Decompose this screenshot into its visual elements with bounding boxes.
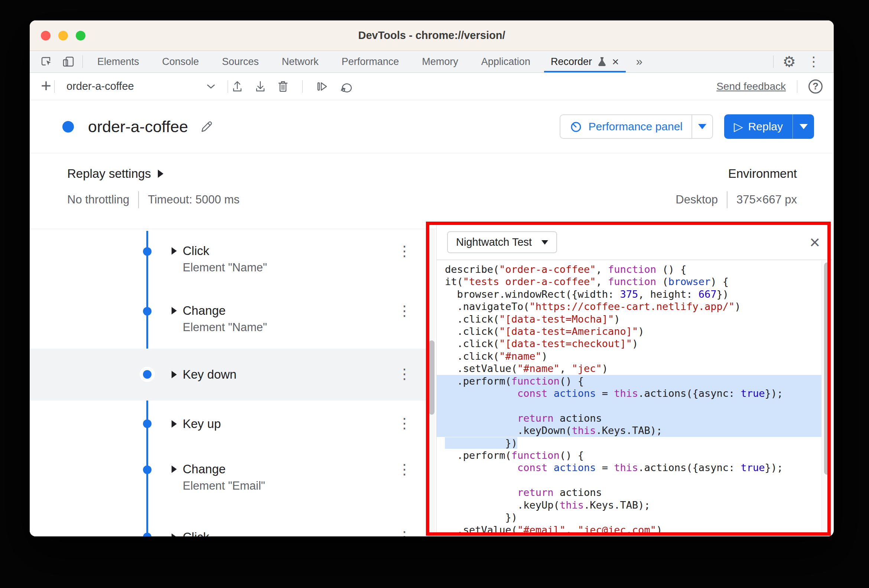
code-scrollbar[interactable] xyxy=(822,260,833,536)
code-line[interactable]: .navigateTo("https://coffee-cart.netlify… xyxy=(437,300,833,313)
code-line[interactable]: browser.windowRect({width: 375, height: … xyxy=(437,288,833,300)
code-line[interactable]: .click("#name") xyxy=(437,350,833,362)
step-row[interactable]: ClickElement "Name"⋮ xyxy=(30,229,428,289)
replay-button[interactable]: ▷ Replay xyxy=(724,114,814,139)
code-line[interactable]: .click("[data-test=checkout]") xyxy=(437,338,833,350)
play-icon: ▷ xyxy=(734,121,743,133)
step-menu-kebab-icon[interactable]: ⋮ xyxy=(397,366,411,382)
tab-close-icon[interactable]: × xyxy=(612,56,619,68)
code-panel-header: Nightwatch Test × xyxy=(437,225,833,260)
tab-recorder-label: Recorder xyxy=(551,56,592,68)
code-line[interactable] xyxy=(437,400,833,412)
separator xyxy=(773,55,774,68)
code-line[interactable]: .perform(function() { xyxy=(437,375,833,387)
device-toolbar-icon[interactable] xyxy=(57,51,80,73)
steps-panel: ClickElement "Name"⋮ChangeElement "Name"… xyxy=(30,229,428,536)
tab-console[interactable]: Console xyxy=(151,51,211,73)
step-expander-icon[interactable] xyxy=(172,533,177,536)
code-line[interactable]: .keyUp(this.Keys.TAB); xyxy=(437,499,833,511)
devtools-tabbar: ElementsConsoleSourcesNetworkPerformance… xyxy=(30,51,834,73)
tab-memory[interactable]: Memory xyxy=(410,51,470,73)
code-line[interactable] xyxy=(437,474,833,486)
step-row[interactable]: Key up⋮ xyxy=(30,401,428,447)
recording-select[interactable]: order-a-coffee xyxy=(61,80,221,92)
code-line[interactable]: .perform(function() { xyxy=(437,449,833,461)
step-menu-kebab-icon[interactable]: ⋮ xyxy=(397,415,411,431)
viewport-value: 375×667 px xyxy=(736,193,797,206)
separator xyxy=(138,191,139,208)
scrollbar-thumb[interactable] xyxy=(429,341,434,415)
step-subtitle: Element "Email" xyxy=(183,479,428,493)
code-line[interactable]: .click("[data-test=Mocha]") xyxy=(437,313,833,325)
separator xyxy=(727,191,728,208)
tab-sources[interactable]: Sources xyxy=(211,51,270,73)
performance-panel-button[interactable]: Performance panel xyxy=(560,114,713,139)
import-recording-icon[interactable] xyxy=(254,80,267,93)
code-line[interactable]: .setValue("#name", "jec") xyxy=(437,362,833,375)
replay-loop-icon[interactable] xyxy=(339,80,354,93)
step-title: Key down xyxy=(183,367,237,382)
code-line[interactable]: .setValue("#email", "jec@jec.com") xyxy=(437,524,833,536)
code-panel: Nightwatch Test × describe("order-a-coff… xyxy=(436,225,833,536)
tab-elements[interactable]: Elements xyxy=(86,51,151,73)
timeout-value: Timeout: 5000 ms xyxy=(148,193,240,206)
step-title: Click xyxy=(183,530,209,536)
code-line[interactable]: .click("[data-test=Americano]") xyxy=(437,325,833,338)
replay-settings-toggle[interactable]: Replay settings xyxy=(67,167,240,181)
code-line[interactable]: return actions xyxy=(437,412,833,424)
code-line[interactable]: }) xyxy=(437,511,833,523)
tab-network[interactable]: Network xyxy=(270,51,330,73)
step-expander-icon[interactable] xyxy=(172,420,177,428)
step-expander-icon[interactable] xyxy=(172,247,177,255)
tab-performance[interactable]: Performance xyxy=(330,51,411,73)
settings-gear-icon[interactable]: ⚙ xyxy=(777,53,802,70)
step-menu-kebab-icon[interactable]: ⋮ xyxy=(397,243,411,259)
separator xyxy=(54,80,55,93)
export-recording-icon[interactable] xyxy=(231,80,244,93)
dropdown-caret-icon xyxy=(799,124,808,129)
timeline-dot xyxy=(143,419,151,428)
step-subtitle: Element "Name" xyxy=(183,321,428,334)
recording-header: order-a-coffee Performance panel ▷ Repla xyxy=(30,100,834,153)
code-line[interactable]: const actions = this.actions({async: tru… xyxy=(437,387,833,400)
step-expander-icon[interactable] xyxy=(172,307,177,314)
code-line[interactable]: it("tests order-a-coffee", function (bro… xyxy=(437,275,833,288)
close-code-panel-icon[interactable]: × xyxy=(810,234,820,251)
step-expander-icon[interactable] xyxy=(172,371,177,378)
code-line[interactable]: describe("order-a-coffee", function () { xyxy=(437,263,833,275)
code-line[interactable]: }) xyxy=(437,437,833,449)
steps-scrollbar[interactable] xyxy=(428,229,435,536)
inspect-element-icon[interactable] xyxy=(36,51,57,73)
code-line[interactable]: const actions = this.actions({async: tru… xyxy=(437,461,833,474)
tab-application[interactable]: Application xyxy=(470,51,542,73)
step-menu-kebab-icon[interactable]: ⋮ xyxy=(397,528,411,536)
scrollbar-thumb[interactable] xyxy=(824,262,830,475)
replay-settings-label: Replay settings xyxy=(67,167,151,181)
step-expander-icon[interactable] xyxy=(172,465,177,473)
edit-title-pencil-icon[interactable] xyxy=(199,119,214,134)
performance-panel-dropdown[interactable] xyxy=(691,115,712,138)
step-row[interactable]: ChangeElement "Name"⋮ xyxy=(30,289,428,348)
script-format-select[interactable]: Nightwatch Test xyxy=(447,231,557,253)
code-line[interactable]: .keyDown(this.Keys.TAB); xyxy=(437,424,833,437)
expand-arrow-icon xyxy=(158,170,163,178)
step-menu-kebab-icon[interactable]: ⋮ xyxy=(397,461,411,477)
environment-label: Environment xyxy=(728,167,797,181)
code-line[interactable]: return actions xyxy=(437,486,833,499)
tab-recorder[interactable]: Recorder × xyxy=(542,51,628,73)
recording-title: order-a-coffee xyxy=(88,118,188,136)
main-menu-kebab-icon[interactable]: ⋮ xyxy=(802,54,826,70)
step-row[interactable]: ChangeElement "Email"⋮ xyxy=(30,447,428,507)
help-icon[interactable]: ? xyxy=(808,80,823,93)
step-menu-kebab-icon[interactable]: ⋮ xyxy=(397,302,411,319)
more-tabs-icon[interactable]: » xyxy=(628,51,650,73)
delete-recording-icon[interactable] xyxy=(277,80,289,93)
separator xyxy=(82,55,83,68)
send-feedback-link[interactable]: Send feedback xyxy=(716,80,786,92)
add-recording-icon[interactable]: + xyxy=(41,77,51,95)
step-row[interactable]: Click⋮ xyxy=(30,507,428,536)
replay-dropdown[interactable] xyxy=(792,114,814,139)
recording-select-value: order-a-coffee xyxy=(67,80,134,92)
step-row[interactable]: Key down⋮ xyxy=(30,348,428,401)
step-through-replay-icon[interactable] xyxy=(316,80,329,93)
